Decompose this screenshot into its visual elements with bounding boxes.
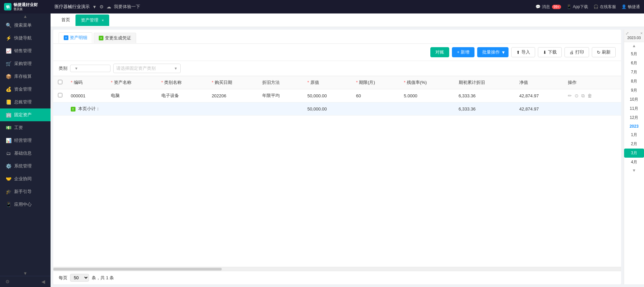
tab-close-asset[interactable]: × xyxy=(102,18,104,22)
logo-icon: 畅 xyxy=(4,3,11,10)
subtotal-label: 本页小计： xyxy=(78,106,100,111)
input-placeholder: 请选择固定资产类别 xyxy=(116,65,156,71)
sub-tab-change-voucher[interactable]: ≡ 变更生成凭证 xyxy=(94,33,136,43)
row-net-value: 42,874.97 xyxy=(515,89,564,102)
sub-tabs: ≡ 资产明细 ≡ 变更生成凭证 xyxy=(53,30,621,44)
header-name: 资产名称 xyxy=(107,76,157,89)
logo: 畅 畅捷通好业财 普及版 xyxy=(4,2,55,11)
sidebar-scroll-down[interactable]: ▼ xyxy=(0,270,51,276)
import-button[interactable]: ⬆ 导入 xyxy=(511,47,535,57)
sidebar-item-cooperation[interactable]: 🤝 企业协同 xyxy=(0,172,51,185)
sidebar-item-search[interactable]: 🔍 搜索菜单 xyxy=(0,19,51,32)
sidebar-item-shortcut[interactable]: ⚡ 快捷导航 xyxy=(0,32,51,44)
date-month-8[interactable]: 8月 xyxy=(624,77,644,86)
settings-icon[interactable]: ⚙ xyxy=(99,4,104,9)
select-all-checkbox[interactable] xyxy=(58,80,62,84)
date-month-6[interactable]: 6月 xyxy=(624,59,644,68)
online-service-btn[interactable]: 🎧 在线客服 xyxy=(593,4,616,10)
sub-tab-asset-detail[interactable]: ≡ 资产明细 xyxy=(59,32,92,43)
tabs-bar: 首页 资产管理 × xyxy=(51,13,644,27)
sidebar-item-sales[interactable]: 📈 销售管理 xyxy=(0,44,51,57)
sidebar-scroll-up[interactable]: ▲ xyxy=(0,13,51,19)
user-icon: 👤 xyxy=(621,4,626,9)
message-btn[interactable]: 💬 消息 99+ xyxy=(535,4,561,10)
copy-icon[interactable]: ⊙ xyxy=(575,93,579,99)
date-nav-down[interactable]: ▼ xyxy=(624,167,644,174)
date-month-4[interactable]: 4月 xyxy=(624,158,644,167)
scrollbar-thumb[interactable] xyxy=(53,268,222,270)
row-category: 电子设备 xyxy=(157,89,208,102)
page-content: ≡ 资产明细 ≡ 变更生成凭证 对账 + 新增 批量操作 ▼ xyxy=(51,27,644,287)
header-residual-rate: 残值率(%) xyxy=(400,76,454,89)
subtotal-initial-depreciation: 6,333.36 xyxy=(455,102,515,116)
date-month-11[interactable]: 11月 xyxy=(624,104,644,113)
date-month-5[interactable]: 5月 xyxy=(624,50,644,59)
date-year-2023[interactable]: 2023 xyxy=(624,122,644,130)
settings-bottom-icon[interactable]: ⚙ xyxy=(5,279,10,284)
date-month-7[interactable]: 7月 xyxy=(624,68,644,77)
print-button[interactable]: 🖨 打印 xyxy=(564,47,589,57)
header-purchase-date: 购买日期 xyxy=(208,76,258,89)
download-icon: ⬇ xyxy=(543,50,547,55)
subtotal-period xyxy=(352,102,400,116)
try-label[interactable]: 我要体验一下 xyxy=(114,4,140,10)
sidebar-item-salary[interactable]: 💵 工资 xyxy=(0,121,51,134)
sidebar-label-inventory: 库存核算 xyxy=(14,73,32,79)
date-month-12[interactable]: 12月 xyxy=(624,113,644,122)
batch-dropdown-icon: ▼ xyxy=(501,50,505,55)
refresh-button[interactable]: ↻ 刷新 xyxy=(592,47,616,57)
dropdown-icon[interactable]: ▼ xyxy=(92,4,97,9)
tab-icon-green: ≡ xyxy=(99,36,103,40)
sidebar-item-inventory[interactable]: 📦 库存核算 xyxy=(0,70,51,83)
guide-icon: 🎓 xyxy=(5,189,11,195)
sidebar-item-fixed[interactable]: 🏢 固定资产 xyxy=(0,108,51,121)
date-month-1[interactable]: 1月 xyxy=(624,130,644,139)
sidebar-item-purchase[interactable]: 🛒 采购管理 xyxy=(0,57,51,70)
tab-asset[interactable]: 资产管理 × xyxy=(75,14,109,26)
tab-home[interactable]: 首页 xyxy=(56,14,75,26)
date-nav: ▲ 5月 6月 7月 8月 9月 10月 11月 12月 2023 1月 2月 … xyxy=(624,42,644,284)
right-panel: × ⤢ 2023.03 ▲ 5月 6月 7月 8月 9月 10月 11月 12月… xyxy=(624,30,644,284)
user-btn[interactable]: 👤 畅捷通 xyxy=(621,4,640,10)
batch-button[interactable]: 批量操作 ▼ xyxy=(477,47,509,57)
per-page-select[interactable]: 50 100 xyxy=(70,274,89,282)
right-panel-expand-icon[interactable]: ⤢ xyxy=(625,31,629,36)
inventory-icon: 📦 xyxy=(5,73,11,79)
row-checkbox[interactable] xyxy=(58,93,62,97)
date-month-2[interactable]: 2月 xyxy=(624,139,644,149)
category-select[interactable]: ▼ xyxy=(70,65,111,72)
horizontal-scrollbar[interactable] xyxy=(53,267,621,271)
delete-icon[interactable]: 🗑 xyxy=(587,93,592,99)
app-download-btn[interactable]: 📱 App下载 xyxy=(566,4,588,10)
date-month-10[interactable]: 10月 xyxy=(624,95,644,104)
top-bar-right: 💬 消息 99+ 📱 App下载 🎧 在线客服 👤 畅捷通 xyxy=(535,4,640,10)
content-area: 首页 资产管理 × ≡ 资产明细 ≡ 变更生成凭证 xyxy=(51,13,644,287)
select-dropdown-icon: ▼ xyxy=(74,66,78,70)
edit-icon[interactable]: ✏ xyxy=(568,93,572,99)
sidebar-item-apps[interactable]: 📱 应用中心 xyxy=(0,198,51,211)
sidebar-label-search: 搜索菜单 xyxy=(14,22,32,28)
shortcut-icon: ⚡ xyxy=(5,35,11,41)
date-nav-up[interactable]: ▲ xyxy=(624,42,644,50)
duplicate-icon[interactable]: ⧉ xyxy=(581,93,585,99)
category-input[interactable]: 请选择固定资产类别 ▼ xyxy=(113,64,181,73)
reconcile-button[interactable]: 对账 xyxy=(430,47,449,57)
date-month-9[interactable]: 9月 xyxy=(624,86,644,95)
sidebar-item-fund[interactable]: 💰 资金管理 xyxy=(0,83,51,96)
sidebar-item-system[interactable]: ⚙️ 系统管理 xyxy=(0,160,51,172)
sidebar-item-operation[interactable]: 📊 经营管理 xyxy=(0,134,51,147)
right-panel-close-icon[interactable]: × xyxy=(640,31,643,36)
main-layout: ▲ 🔍 搜索菜单 ⚡ 快捷导航 📈 销售管理 🛒 采购管理 📦 库存核算 xyxy=(0,13,644,287)
collapse-icon[interactable]: ◀ xyxy=(41,279,45,284)
sidebar-item-guide[interactable]: 🎓 新手引导 xyxy=(0,185,51,198)
download-button[interactable]: ⬇ 下载 xyxy=(538,47,562,57)
header-category: 类别名称 xyxy=(157,76,208,89)
cloud-icon: ☁ xyxy=(106,4,111,9)
sidebar-item-ledger[interactable]: 📒 总账管理 xyxy=(0,96,51,108)
sidebar-item-base[interactable]: 🗂 基础信息 xyxy=(0,147,51,160)
sidebar-label-ledger: 总账管理 xyxy=(14,99,32,105)
sidebar-label-salary: 工资 xyxy=(14,125,23,131)
new-button[interactable]: + 新增 xyxy=(452,47,474,57)
subtotal-net-value: 42,874.97 xyxy=(515,102,564,116)
date-month-3[interactable]: 3月 xyxy=(624,149,644,158)
